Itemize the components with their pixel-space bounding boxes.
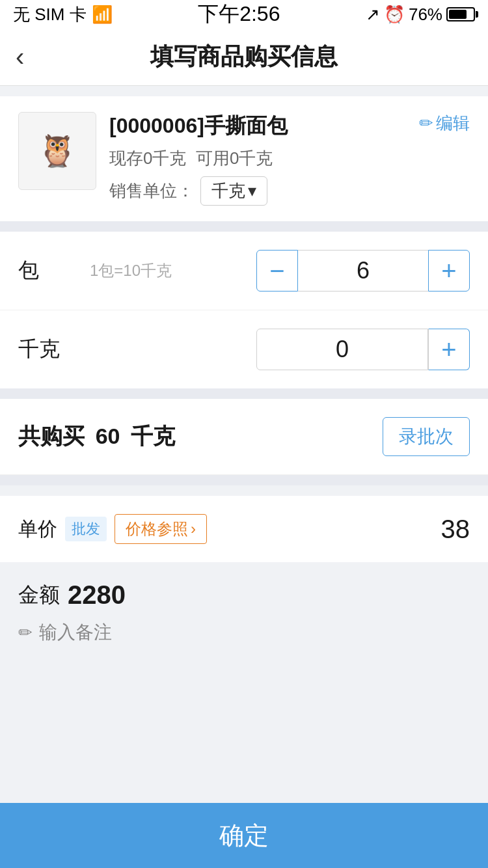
- product-image: 🦉: [18, 112, 96, 190]
- total-amount: 60: [96, 424, 120, 448]
- price-tag: 批发: [65, 517, 107, 541]
- price-value: 38: [441, 515, 470, 544]
- qty-hint-bao: 1包=10千克: [90, 260, 172, 281]
- edit-icon: ✏: [419, 113, 433, 133]
- nav-bar: ‹ 填写商品购买信息: [0, 29, 488, 86]
- status-time: 下午2:56: [198, 0, 280, 29]
- qty-input-kg[interactable]: [256, 329, 428, 370]
- chevron-right-icon: ›: [191, 520, 196, 538]
- product-unit-row: 销售单位： 千克 ▾: [109, 176, 470, 206]
- quantity-row-bao: 包 1包=10千克 − +: [0, 232, 488, 310]
- pencil-icon: ✏: [18, 623, 33, 643]
- quantity-row-kg: 千克 +: [0, 310, 488, 388]
- qty-label-bao: 包: [18, 256, 83, 285]
- status-right: ↗ ⏰ 76%: [366, 5, 475, 25]
- status-bar: 无 SIM 卡 📶 下午2:56 ↗ ⏰ 76%: [0, 0, 488, 29]
- increase-kg-button[interactable]: +: [428, 329, 470, 370]
- qty-control-kg: +: [256, 329, 470, 370]
- back-button[interactable]: ‹: [16, 42, 24, 72]
- total-text: 共购买 60 千克: [18, 422, 383, 452]
- product-section: 🦉 [0000006]手撕面包 现存0千克 可用0千克 销售单位： 千克 ▾ ✏…: [0, 96, 488, 221]
- amount-section: 金额 2280 ✏ 输入备注: [0, 562, 488, 658]
- decrease-bao-button[interactable]: −: [256, 250, 298, 292]
- remark-placeholder: 输入备注: [39, 620, 112, 645]
- separator-3: [0, 475, 488, 485]
- unit-select[interactable]: 千克 ▾: [200, 176, 267, 206]
- battery-percent: 76%: [409, 5, 442, 25]
- separator-1: [0, 221, 488, 232]
- amount-value: 2280: [68, 580, 126, 610]
- chevron-down-icon: ▾: [248, 181, 256, 201]
- page-title: 填写商品购买信息: [150, 41, 338, 73]
- edit-button[interactable]: ✏ 编辑: [419, 112, 470, 135]
- remark-row[interactable]: ✏ 输入备注: [18, 620, 470, 645]
- qty-label-kg: 千克: [18, 335, 83, 364]
- alarm-icon: ⏰: [384, 5, 405, 25]
- carrier-text: 无 SIM 卡: [13, 3, 87, 26]
- total-row: 共购买 60 千克 录批次: [0, 399, 488, 475]
- batch-button[interactable]: 录批次: [383, 417, 470, 456]
- confirm-button[interactable]: 确定: [0, 803, 488, 868]
- separator-2: [0, 388, 488, 399]
- price-row: 单价 批发 价格参照 › 38: [18, 514, 470, 544]
- amount-row: 金额 2280: [18, 580, 470, 610]
- price-section: 单价 批发 价格参照 › 38: [0, 496, 488, 562]
- amount-label: 金额: [18, 581, 60, 610]
- product-image-placeholder: 🦉: [38, 133, 77, 169]
- increase-bao-button[interactable]: +: [428, 250, 470, 292]
- wifi-icon: 📶: [92, 5, 113, 25]
- quantity-section: 包 1包=10千克 − + 千克 +: [0, 232, 488, 388]
- status-carrier: 无 SIM 卡 📶: [13, 3, 113, 26]
- battery-icon: [446, 7, 475, 21]
- price-label: 单价: [18, 516, 57, 543]
- product-stock: 现存0千克 可用0千克: [109, 147, 470, 170]
- qty-control-bao: − +: [256, 250, 470, 292]
- qty-input-bao[interactable]: [298, 250, 428, 292]
- product-info: [0000006]手撕面包 现存0千克 可用0千克 销售单位： 千克 ▾: [109, 112, 470, 206]
- price-reference-button[interactable]: 价格参照 ›: [115, 514, 207, 544]
- product-name: [0000006]手撕面包: [109, 112, 470, 141]
- location-icon: ↗: [366, 5, 380, 25]
